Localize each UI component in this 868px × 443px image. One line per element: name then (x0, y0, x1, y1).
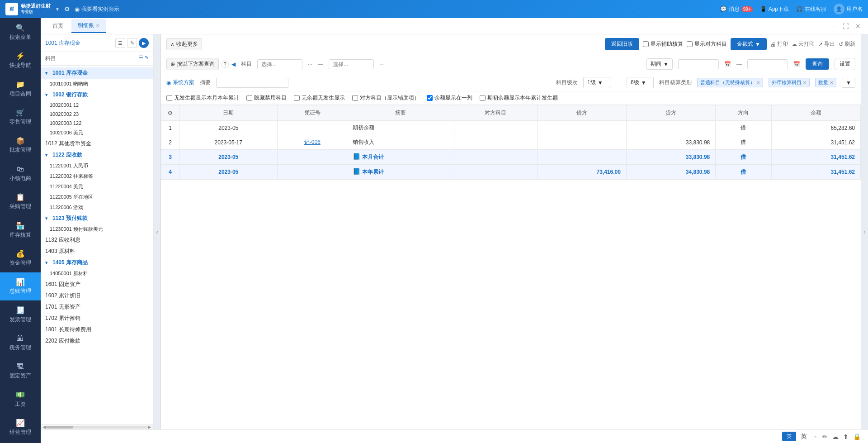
sidebar-item-assets[interactable]: 🏗 固定资产 (0, 357, 41, 385)
lang-btn[interactable]: 英 (782, 432, 796, 441)
tree-item-1602[interactable]: 1602 累计折旧 (41, 290, 153, 301)
check-no-balance2[interactable]: 无余额无发生显示 (294, 94, 345, 102)
tag-normal-subject[interactable]: 普通科目（无特殊核算） ✕ (697, 78, 763, 87)
check-no-balance-input[interactable] (166, 95, 172, 101)
filter-expand-icon[interactable]: ☰ ✎ (139, 55, 149, 61)
sidebar-item-operations[interactable]: 📈 经营管理 (0, 413, 41, 441)
message-btn[interactable]: 💬 消息 99+ (720, 5, 753, 13)
tree-item-14050001[interactable]: 14050001 原材料 (41, 268, 153, 279)
tree-item-1601[interactable]: 1601 固定资产 (41, 279, 153, 290)
show-aux-checkbox[interactable]: 显示辅助核算 (643, 40, 683, 48)
tree-item-11220006[interactable]: 11220006 游戏 (41, 202, 153, 213)
bottom-lock-icon[interactable]: 🔒 (853, 433, 861, 440)
level-to-select[interactable]: 6级 ▼ (627, 77, 654, 88)
tree-item-1012[interactable]: 1012 其他货币资金 (41, 138, 153, 149)
tree-item-1132[interactable]: 1132 应收利息 (41, 234, 153, 246)
tree-item-1405[interactable]: ▾ 1405 库存商品 (41, 257, 153, 268)
tab-minimize-icon[interactable]: — (828, 22, 838, 31)
query-btn[interactable]: 查询 (806, 58, 829, 70)
tree-item-2202[interactable]: 2202 应付账款 (41, 335, 153, 347)
logo-dropdown-icon[interactable]: ▼ (55, 7, 60, 12)
tree-item-11220001[interactable]: 11220001 人民币 (41, 161, 153, 171)
print-btn[interactable]: 🖨 打印 (770, 40, 788, 48)
account-edit-icon[interactable]: ✎ (127, 38, 137, 48)
format-btn[interactable]: 金额式 ▼ (731, 38, 767, 50)
period-from-input[interactable]: 2023-05 (678, 59, 719, 69)
account-next-icon[interactable]: ▶ (139, 38, 149, 48)
panel-collapse-btn[interactable]: ‹ (154, 34, 161, 429)
quantity-dropdown[interactable]: ▼ (842, 78, 855, 88)
check-opening-balance[interactable]: 期初余额显示本年累计发生额 (480, 94, 558, 102)
check-contra-input[interactable] (352, 95, 358, 101)
calendar-from-icon[interactable]: 📅 (724, 61, 731, 67)
tag3-close-icon[interactable]: ✕ (830, 80, 833, 85)
expand-more-btn[interactable]: ∧ 收起更多 (166, 38, 202, 50)
tab-home[interactable]: 首页 (46, 19, 70, 33)
check-balance-col-input[interactable] (427, 95, 433, 101)
subject-filter-input[interactable] (257, 59, 302, 69)
show-contra-input[interactable] (687, 41, 693, 47)
user-avatar[interactable]: 👤 用户名 (834, 4, 863, 14)
sidebar-item-ledger[interactable]: 📊 总账管理 (0, 272, 41, 300)
tab-close-icon[interactable]: ✕ (96, 23, 99, 28)
settings-icon[interactable]: ⚙ (64, 5, 70, 13)
calendar-to-icon[interactable]: 📅 (793, 61, 800, 67)
sidebar-item-finance[interactable]: 💰 资金管理 (0, 244, 41, 272)
cloud-print-btn[interactable]: ☁ 云打印 (792, 40, 815, 48)
filter-options-btn[interactable]: ⊕ 按以下方案查询 (166, 58, 219, 70)
check-contra-subject[interactable]: 对方科目（显示辅助项） (352, 94, 420, 102)
tree-item-1123[interactable]: ▾ 1123 预付账款 (41, 213, 153, 224)
refresh-btn[interactable]: ↺ 刷新 (839, 40, 855, 48)
filter-collapse-icon[interactable]: ◀ (231, 61, 236, 67)
settings-btn[interactable]: 设置 (835, 58, 855, 70)
table-gear-icon[interactable]: ⚙ (168, 110, 173, 116)
voucher-link[interactable]: 记-006 (304, 139, 321, 145)
bottom-cloud-icon[interactable]: ☁ (832, 433, 839, 440)
online-service-btn[interactable]: 🎧 在线客服 (796, 5, 826, 13)
tree-item-1701[interactable]: 1701 无形资产 (41, 301, 153, 313)
sidebar-item-invoice[interactable]: 🧾 发票管理 (0, 300, 41, 329)
summary-filter-input[interactable] (216, 78, 288, 88)
tree-item-10020002[interactable]: 10020002 23 (41, 110, 153, 119)
back-to-old-btn[interactable]: 返回旧版 (605, 38, 639, 50)
check-no-balance2-input[interactable] (294, 95, 300, 101)
right-panel-collapse-btn[interactable]: › (861, 34, 868, 429)
tree-item-1403[interactable]: 1403 原材料 (41, 246, 153, 257)
tree-item-1801[interactable]: 1801 长期待摊费用 (41, 324, 153, 335)
tree-item-11220005[interactable]: 11220005 所在地区 (41, 192, 153, 202)
demo-link[interactable]: ◉ 我要看实例演示 (75, 5, 119, 13)
sidebar-item-salary[interactable]: 💵 工资 (0, 385, 41, 413)
tag2-close-icon[interactable]: ✕ (803, 80, 807, 85)
app-download-btn[interactable]: 📱 App下载 (760, 5, 789, 13)
period-type-select[interactable]: 期间 ▼ (646, 58, 673, 70)
sidebar-item-quick[interactable]: ⚡ 快捷导航 (0, 46, 41, 74)
tree-item-11230001[interactable]: 11230001 预付账款美元 (41, 224, 153, 234)
sidebar-item-retail[interactable]: 🛒 零售管理 (0, 103, 41, 131)
tree-item-1122[interactable]: ▾ 1122 应收款 (41, 149, 153, 161)
tree-item-11220004[interactable]: 11220004 美元 (41, 181, 153, 192)
tree-item-10020003[interactable]: 10020003 122 (41, 119, 153, 128)
period-to-input[interactable]: 2023-05 (747, 59, 788, 69)
tag-quantity[interactable]: 数量 ✕ (815, 78, 836, 87)
bottom-upload-icon[interactable]: ⬆ (843, 433, 849, 440)
tag-foreign-currency[interactable]: 外币核算科目 ✕ (769, 78, 810, 87)
check-hide-disabled-input[interactable] (246, 95, 252, 101)
tree-item-1001[interactable]: ▾ 1001 库存现金 (41, 67, 153, 79)
account-list-icon[interactable]: ☰ (115, 38, 125, 48)
show-contra-checkbox[interactable]: 显示对方科目 (687, 40, 727, 48)
sidebar-item-project[interactable]: 📁 项目合同 (0, 75, 41, 103)
filter-help-icon[interactable]: ? (222, 61, 229, 68)
tree-item-10010001[interactable]: 10010001 哟哟哟 (41, 79, 153, 89)
sidebar-item-wholesale[interactable]: 📦 批发管理 (0, 131, 41, 159)
sidebar-item-purchase[interactable]: 📋 采购管理 (0, 187, 41, 215)
level-from-select[interactable]: 1级 ▼ (583, 77, 610, 88)
tree-item-1702[interactable]: 1702 累计摊销 (41, 313, 153, 324)
row2-voucher[interactable]: 记-006 (278, 135, 347, 150)
sidebar-item-ecommerce[interactable]: 🛍 小畅电商 (0, 159, 41, 187)
check-no-balance[interactable]: 无发生额显示本月本年累计 (166, 94, 239, 102)
tree-item-10020006[interactable]: 10020006 美元 (41, 128, 153, 138)
sidebar-item-search[interactable]: 🔍 搜索菜单 (0, 18, 41, 46)
tree-item-1002[interactable]: ▾ 1002 银行存款 (41, 89, 153, 100)
horizontal-scrollbar[interactable]: ◀ ▶ (41, 424, 153, 429)
tag1-close-icon[interactable]: ✕ (756, 80, 760, 85)
